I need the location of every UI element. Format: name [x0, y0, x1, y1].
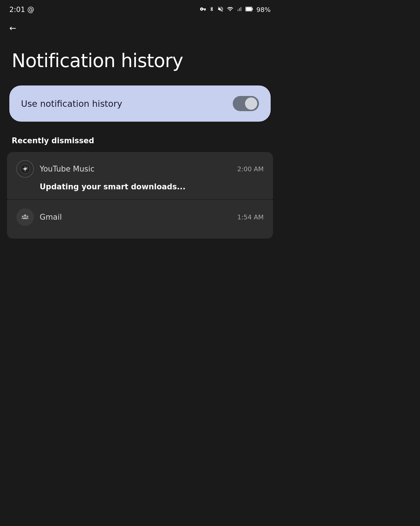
status-time: 2:01 @ — [9, 6, 34, 14]
toggle-label: Use notification history — [21, 99, 122, 109]
svg-point-4 — [20, 212, 30, 222]
app-info: YouTube Music — [16, 160, 94, 178]
notification-history-toggle[interactable] — [233, 96, 259, 111]
gmail-app-name: Gmail — [40, 213, 62, 221]
bluetooth-icon — [209, 6, 214, 13]
wifi-icon — [227, 6, 234, 13]
gmail-notification-header: Gmail 1:54 AM — [16, 208, 264, 226]
status-bar: 2:01 @ — [0, 0, 280, 18]
gmail-app-info: Gmail — [16, 208, 62, 226]
notification-item-youtube-music: YouTube Music 2:00 AM Updating your smar… — [7, 152, 273, 199]
key-icon — [200, 6, 206, 13]
svg-point-6 — [22, 216, 24, 217]
toggle-knob — [245, 97, 257, 110]
status-icons: 98% — [200, 6, 271, 13]
youtube-music-icon — [16, 160, 34, 178]
back-arrow-icon: ← — [9, 23, 16, 33]
use-notification-history-card[interactable]: Use notification history — [9, 85, 271, 122]
mute-icon — [217, 6, 224, 13]
svg-rect-1 — [252, 8, 253, 10]
svg-rect-2 — [246, 7, 252, 11]
youtube-music-app-name: YouTube Music — [40, 165, 94, 173]
back-button[interactable]: ← — [0, 18, 280, 39]
youtube-music-time: 2:00 AM — [237, 165, 264, 173]
gmail-time: 1:54 AM — [237, 214, 264, 221]
signal-icon — [237, 6, 242, 13]
battery-percentage: 98% — [256, 6, 271, 13]
svg-point-7 — [27, 216, 28, 217]
svg-point-5 — [24, 214, 26, 217]
gmail-icon — [16, 208, 34, 226]
time-text: 2:01 — [9, 6, 25, 14]
time-symbol: @ — [27, 6, 34, 14]
battery-icon — [245, 6, 253, 13]
page-title: Notification history — [0, 39, 280, 85]
recently-dismissed-header: Recently dismissed — [0, 136, 280, 152]
notification-item-gmail: Gmail 1:54 AM — [7, 200, 273, 239]
notification-header: YouTube Music 2:00 AM — [16, 160, 264, 178]
youtube-music-body: Updating your smart downloads... — [16, 182, 264, 191]
